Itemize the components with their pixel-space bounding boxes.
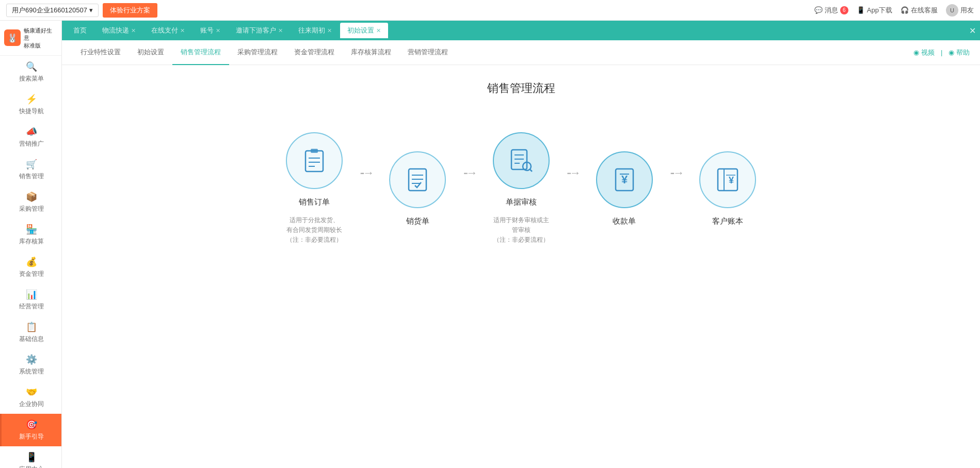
- svg-rect-1: [311, 149, 318, 153]
- phone-icon: 📱: [857, 6, 865, 14]
- inventory-icon: 🏪: [26, 224, 37, 235]
- app-download-item[interactable]: 📱 App下载: [857, 6, 892, 15]
- sidebar-label-finance: 资金管理: [19, 270, 44, 278]
- pipe-divider: |: [941, 49, 942, 56]
- sidebar-item-system[interactable]: ⚙️系统管理: [0, 349, 61, 381]
- sidebar-label-sales: 销售管理: [19, 172, 44, 181]
- nav-tab-close-init[interactable]: ✕: [376, 27, 381, 34]
- nav-tabs: 首页物流快递 ✕在线支付 ✕账号 ✕邀请下游客户 ✕往来期初 ✕初始设置 ✕✕: [62, 21, 980, 40]
- nav-tab-close-logistics[interactable]: ✕: [131, 27, 136, 34]
- sidebar-item-search[interactable]: 🔍搜索菜单: [0, 56, 61, 88]
- flow-arrow-3: ···→: [567, 166, 579, 180]
- sidebar-item-inventory[interactable]: 🏪库存核算: [0, 219, 61, 251]
- message-icon: 💬: [814, 6, 823, 14]
- sub-tab-finance_flow[interactable]: 资金管理流程: [286, 40, 343, 65]
- nav-tab-close-period[interactable]: ✕: [327, 27, 332, 34]
- sidebar-item-quick[interactable]: ⚡快捷导航: [0, 88, 61, 121]
- sidebar-item-operations[interactable]: 📊经营管理: [0, 284, 61, 316]
- flow-label-receipt: 收款单: [613, 216, 636, 226]
- flow-circle-customer_account: ¥: [699, 151, 756, 208]
- newbie-icon: 🎯: [26, 419, 37, 430]
- dropdown-icon: ▾: [89, 6, 93, 14]
- flow-item-sales_invoice[interactable]: 销货单: [376, 151, 459, 226]
- sidebar-label-operations: 经营管理: [19, 302, 44, 311]
- flow-label-audit: 单据审核: [506, 197, 537, 207]
- marketing-icon: 📣: [26, 126, 37, 137]
- video-link[interactable]: ◉ 视频: [913, 48, 935, 57]
- nav-tab-label-period: 往来期初: [298, 26, 325, 35]
- top-bar-left: 用户690企业1660120507 ▾ 体验行业方案: [6, 3, 157, 18]
- sidebar-item-enterprise[interactable]: 🤝企业协同: [0, 381, 61, 414]
- flow-desc-audit: 适用于财务审核或主 管审核 （注：非必要流程）: [493, 215, 549, 245]
- sidebar-logo: 🐰 畅康通好生意 标准版: [0, 21, 61, 56]
- nav-tab-invite[interactable]: 邀请下游客户 ✕: [229, 23, 290, 38]
- sidebar-item-marketing[interactable]: 📣营销推广: [0, 121, 61, 153]
- message-label: 消息: [825, 6, 838, 15]
- nav-tab-label-payment: 在线支付: [151, 26, 178, 35]
- message-item[interactable]: 💬 消息 6: [814, 6, 848, 15]
- search-icon: 🔍: [26, 61, 37, 72]
- sub-tab-inventory_flow[interactable]: 库存核算流程: [343, 40, 399, 65]
- nav-tab-logistics[interactable]: 物流快递 ✕: [95, 23, 143, 38]
- flow-item-audit[interactable]: 单据审核适用于财务审核或主 管审核 （注：非必要流程）: [480, 132, 563, 245]
- user-menu-item[interactable]: U 用友: [946, 4, 974, 17]
- sidebar-item-basic[interactable]: 📋基础信息: [0, 316, 61, 349]
- online-service-label: 在线客服: [911, 6, 938, 15]
- top-bar: 用户690企业1660120507 ▾ 体验行业方案 💬 消息 6 📱 App下…: [0, 0, 980, 21]
- flow-item-receipt[interactable]: ¥ 收款单: [583, 151, 666, 226]
- nav-tab-label-init: 初始设置: [347, 26, 374, 35]
- close-all-tabs[interactable]: ✕: [969, 26, 976, 36]
- nav-tab-close-account[interactable]: ✕: [216, 27, 220, 34]
- flow-diagram: 销售订单适用于分批发货、 有合同发货周期较长 （注：非必要流程）···→ 销货单…: [83, 122, 959, 256]
- flow-item-customer_account[interactable]: ¥ 客户账本: [686, 151, 769, 226]
- nav-tab-label-home: 首页: [73, 26, 87, 35]
- nav-tab-account[interactable]: 账号 ✕: [193, 23, 228, 38]
- help-link[interactable]: ◉ 帮助: [949, 48, 970, 57]
- logo-text: 畅康通好生意 标准版: [24, 27, 57, 49]
- sidebar-label-marketing: 营销推广: [19, 139, 44, 148]
- nav-tab-home[interactable]: 首页: [66, 23, 94, 38]
- message-badge: 6: [840, 6, 848, 14]
- sub-tab-sales_flow[interactable]: 销售管理流程: [172, 40, 229, 65]
- sidebar-item-purchase[interactable]: 📦采购管理: [0, 186, 61, 219]
- sidebar-label-inventory: 库存核算: [19, 237, 44, 246]
- main-area: 首页物流快递 ✕在线支付 ✕账号 ✕邀请下游客户 ✕往来期初 ✕初始设置 ✕✕ …: [62, 21, 980, 468]
- nav-tab-close-invite[interactable]: ✕: [278, 27, 283, 34]
- sidebar-item-newbie[interactable]: 🎯新手引导: [0, 414, 61, 446]
- sidebar-item-sales[interactable]: 🛒销售管理: [0, 153, 61, 186]
- sidebar-item-apps[interactable]: 📱应用中心: [0, 446, 61, 468]
- svg-text:¥: ¥: [621, 173, 628, 186]
- page-title: 销售管理流程: [83, 81, 959, 96]
- sidebar-label-quick: 快捷导航: [19, 107, 44, 116]
- sub-tab-init_set[interactable]: 初始设置: [129, 40, 172, 65]
- sub-tab-purchase_flow[interactable]: 采购管理流程: [229, 40, 286, 65]
- online-service-item[interactable]: 🎧 在线客服: [901, 6, 938, 15]
- flow-arrow-4: ···→: [670, 166, 682, 180]
- system-icon: ⚙️: [26, 354, 37, 365]
- flow-item-sales_order[interactable]: 销售订单适用于分批发货、 有合同发货周期较长 （注：非必要流程）: [273, 132, 356, 245]
- flow-desc-sales_order: 适用于分批发货、 有合同发货周期较长 （注：非必要流程）: [286, 215, 342, 245]
- avatar: U: [946, 4, 958, 17]
- sidebar-label-apps: 应用中心: [19, 465, 44, 468]
- nav-tab-payment[interactable]: 在线支付 ✕: [144, 23, 192, 38]
- user-label: 用户690企业1660120507: [12, 6, 87, 15]
- layout: 🐰 畅康通好生意 标准版 🔍搜索菜单⚡快捷导航📣营销推广🛒销售管理📦采购管理🏪库…: [0, 21, 980, 468]
- quick-icon: ⚡: [26, 93, 37, 105]
- trial-button[interactable]: 体验行业方案: [103, 3, 157, 18]
- user-selector[interactable]: 用户690企业1660120507 ▾: [6, 4, 99, 17]
- logo-icon: 🐰: [4, 29, 21, 46]
- headset-icon: 🎧: [901, 6, 909, 14]
- flow-circle-sales_invoice: [389, 151, 446, 208]
- purchase-icon: 📦: [26, 191, 37, 202]
- nav-tab-close-payment[interactable]: ✕: [180, 27, 185, 34]
- sales-icon: 🛒: [26, 159, 37, 170]
- sub-tab-marketing_flow[interactable]: 营销管理流程: [399, 40, 456, 65]
- sidebar-label-basic: 基础信息: [19, 335, 44, 344]
- sub-tab-industry[interactable]: 行业特性设置: [72, 40, 129, 65]
- flow-circle-sales_order: [286, 132, 343, 189]
- finance-icon: 💰: [26, 256, 37, 268]
- nav-tab-label-logistics: 物流快递: [102, 26, 129, 35]
- sidebar-item-finance[interactable]: 💰资金管理: [0, 251, 61, 284]
- nav-tab-period[interactable]: 往来期初 ✕: [291, 23, 339, 38]
- nav-tab-init[interactable]: 初始设置 ✕: [340, 23, 388, 38]
